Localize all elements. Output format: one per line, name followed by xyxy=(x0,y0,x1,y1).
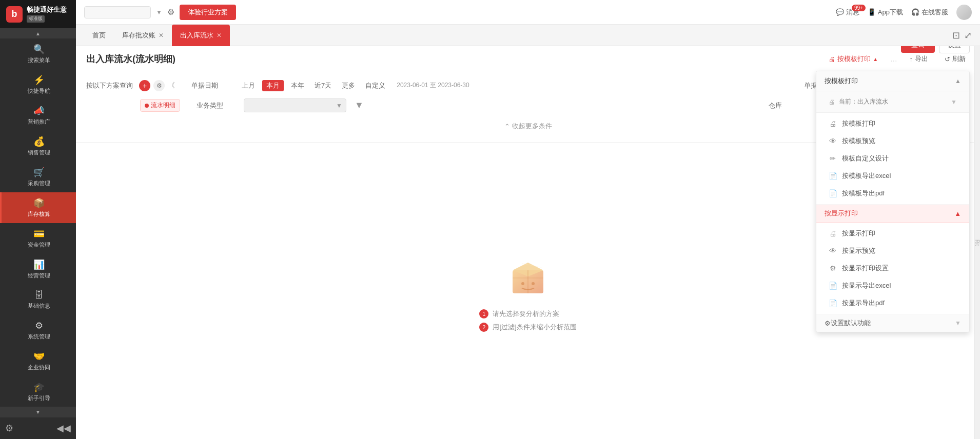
marketing-icon: 📣 xyxy=(33,105,45,116)
sidebar-bottom: ⚙ ◀◀ xyxy=(0,417,76,439)
sidebar-item-enterprise[interactable]: 🤝 企业协同 xyxy=(0,346,76,376)
sidebar-item-basic[interactable]: 🗄 基础信息 xyxy=(0,285,76,315)
business-type-select[interactable] xyxy=(244,98,346,112)
query-button[interactable]: 查询 xyxy=(901,46,935,53)
filter-section-label: 按以下方案查询 xyxy=(86,81,133,90)
page-header: 出入库流水(流水明细) 🖨 按模板打印 ▲ ... ↑ 导出 ↺ 刷新 xyxy=(76,46,980,70)
display-section-arrow: ▲ xyxy=(954,210,961,217)
empty-hint-2: 2 用[过滤]条件来缩小分析范围 xyxy=(479,323,576,332)
hint-num-1: 1 xyxy=(479,309,488,318)
topbar-gear-icon[interactable]: ⚙ xyxy=(167,7,174,17)
sidebar-settings-icon[interactable]: ⚙ xyxy=(5,423,13,434)
sidebar: b 畅捷通好生意 标准版 ▲ 🔍 搜索菜单 ⚡ 快捷导航 📣 营销推广 💰 销售… xyxy=(0,0,76,439)
settings-button[interactable]: 设置 xyxy=(939,46,970,53)
message-badge: 99+ xyxy=(852,5,866,11)
template-items-section: 🖨 按模板打印 👁 按模板预览 ✏ 模板自定义设计 📄 xyxy=(816,113,969,205)
panel-default-fn[interactable]: ⚙ 设置默认功能 ▼ xyxy=(816,314,969,332)
design-icon: ✏ xyxy=(829,154,837,163)
inventory-icon: 📦 xyxy=(33,197,45,209)
sidebar-item-guide[interactable]: 🎓 新手引导 xyxy=(0,376,76,407)
tabs-bar: 首页 库存批次账 ✕ 出入库流水 ✕ ⊡ ⤢ xyxy=(76,25,980,46)
date-option-this-month[interactable]: 本月 xyxy=(262,80,284,91)
date-option-more[interactable]: 更多 xyxy=(339,80,358,91)
refresh-icon: ↺ xyxy=(945,55,950,63)
sidebar-item-sales[interactable]: 💰 销售管理 xyxy=(0,131,76,162)
topbar-left: ▼ ⚙ 体验行业方案 xyxy=(84,5,830,20)
panel-item-display-pdf[interactable]: 📄 按显示导出pdf xyxy=(816,294,969,312)
sidebar-scroll-up[interactable]: ▲ xyxy=(0,28,76,38)
default-fn-icon: ⚙ xyxy=(825,320,831,327)
sidebar-item-marketing[interactable]: 📣 营销推广 xyxy=(0,100,76,131)
tab-close-in-out-flow[interactable]: ✕ xyxy=(217,32,222,39)
topbar: ▼ ⚙ 体验行业方案 💬 消息 99+ 📱 App下载 🎧 在线客服 xyxy=(76,0,980,25)
panel-item-display-print[interactable]: 🖨 按显示打印 xyxy=(816,225,969,242)
filter-add-button[interactable]: + xyxy=(139,80,150,91)
sidebar-scroll-down[interactable]: ▼ xyxy=(0,407,76,417)
filter-collapse-left[interactable]: 《 xyxy=(168,81,175,90)
right-edge-bar: Rit xyxy=(974,46,980,439)
tab-home[interactable]: 首页 xyxy=(84,25,114,46)
date-option-custom[interactable]: 自定义 xyxy=(362,80,388,91)
sidebar-item-search[interactable]: 🔍 搜索菜单 xyxy=(0,38,76,69)
panel-current-item: 🖨 当前：出入库流水 ▼ xyxy=(825,94,961,109)
business-type-label: 业务类型 xyxy=(197,101,238,110)
sidebar-item-quick-nav[interactable]: ⚡ 快捷导航 xyxy=(0,69,76,100)
filter-settings-button[interactable]: ⚙ xyxy=(153,80,165,91)
tab-close-inventory-batch[interactable]: ✕ xyxy=(159,32,164,39)
date-option-this-year[interactable]: 本年 xyxy=(288,80,307,91)
current-arrow: ▼ xyxy=(951,98,957,106)
export-icon: ↑ xyxy=(910,55,913,63)
business-type-more[interactable]: ▼ xyxy=(355,100,364,111)
display-print-section-header[interactable]: 按显示打印 ▲ xyxy=(816,205,969,223)
app-download-button[interactable]: 📱 App下载 xyxy=(868,8,903,17)
tag-label: 流水明细 xyxy=(151,101,175,110)
page-actions: 🖨 按模板打印 ▲ ... ↑ 导出 ↺ 刷新 按模板打印 xyxy=(825,52,970,66)
refresh-button[interactable]: ↺ 刷新 xyxy=(940,52,970,66)
tab-maximize-icon[interactable]: ⊡ xyxy=(952,30,960,41)
tab-fullscreen-icon[interactable]: ⤢ xyxy=(964,30,972,41)
user-avatar-area[interactable] xyxy=(956,5,972,20)
industry-btn[interactable]: 体验行业方案 xyxy=(180,5,236,20)
chevron-up-icon: ⌃ xyxy=(504,123,510,130)
display-excel-icon: 📄 xyxy=(829,282,837,290)
main-area: ▼ ⚙ 体验行业方案 💬 消息 99+ 📱 App下载 🎧 在线客服 xyxy=(76,0,980,439)
preview-icon: 👁 xyxy=(829,137,837,145)
tab-inventory-batch[interactable]: 库存批次账 ✕ xyxy=(114,25,172,46)
online-service-button[interactable]: 🎧 在线客服 xyxy=(911,8,948,17)
purchase-icon: 🛒 xyxy=(33,167,45,178)
sidebar-item-purchase[interactable]: 🛒 采购管理 xyxy=(0,162,76,192)
sales-icon: 💰 xyxy=(33,136,45,147)
date-label: 单据日期 xyxy=(191,81,232,90)
panel-item-template-print[interactable]: 🖨 按模板打印 xyxy=(816,115,969,132)
pdf-icon: 📄 xyxy=(829,189,837,197)
panel-item-display-preview[interactable]: 👁 按显示预览 xyxy=(816,242,969,260)
panel-item-template-pdf[interactable]: 📄 按模板导出pdf xyxy=(816,185,969,202)
tab-in-out-flow[interactable]: 出入库流水 ✕ xyxy=(172,25,230,46)
template-print-section-header[interactable]: 按模板打印 ▲ xyxy=(816,71,969,91)
filter-tag: 流水明细 xyxy=(140,99,180,112)
page-title: 出入库流水(流水明细) xyxy=(86,53,175,65)
sidebar-item-system[interactable]: ⚙ 系统管理 xyxy=(0,315,76,346)
sidebar-item-inventory[interactable]: 📦 库存核算 xyxy=(0,192,76,223)
panel-item-display-excel[interactable]: 📄 按显示导出excel xyxy=(816,277,969,294)
panel-item-template-preview[interactable]: 👁 按模板预览 xyxy=(816,132,969,150)
sidebar-collapse-icon[interactable]: ◀◀ xyxy=(56,423,71,434)
panel-item-template-excel[interactable]: 📄 按模板导出excel xyxy=(816,167,969,185)
display-settings-icon: ⚙ xyxy=(829,264,837,272)
template-print-button[interactable]: 🖨 按模板打印 ▲ xyxy=(825,52,882,66)
export-button[interactable]: ↑ 导出 xyxy=(906,52,933,66)
message-button[interactable]: 💬 消息 99+ xyxy=(836,8,859,17)
sidebar-item-finance[interactable]: 💳 资金管理 xyxy=(0,223,76,254)
topbar-search-input[interactable] xyxy=(84,6,151,18)
guide-icon: 🎓 xyxy=(33,382,45,393)
date-option-last-month[interactable]: 上月 xyxy=(239,80,258,91)
sidebar-item-operations[interactable]: 📊 经营管理 xyxy=(0,254,76,285)
current-icon: 🖨 xyxy=(829,98,835,106)
display-preview-icon: 👁 xyxy=(829,247,837,255)
panel-item-display-settings[interactable]: ⚙ 按显示打印设置 xyxy=(816,260,969,277)
panel-item-template-design[interactable]: ✏ 模板自定义设计 xyxy=(816,150,969,167)
date-option-7days[interactable]: 近7天 xyxy=(311,80,335,91)
enterprise-icon: 🤝 xyxy=(33,351,45,362)
topbar-dropdown-arrow[interactable]: ▼ xyxy=(156,9,162,16)
tab-right-icons: ⊡ ⤢ xyxy=(952,30,972,41)
